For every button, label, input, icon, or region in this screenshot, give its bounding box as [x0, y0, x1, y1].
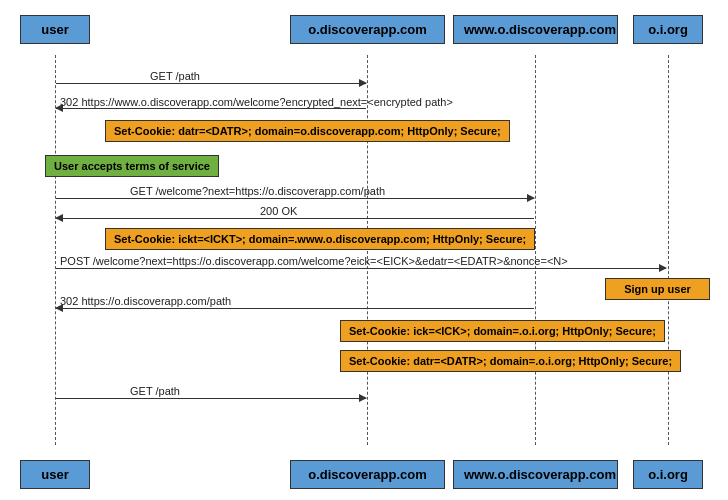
arrow-post-welcome — [56, 268, 666, 269]
actor-www-discoverapp-top: www.o.discoverapp.com — [453, 15, 618, 44]
arrow-get-welcome — [56, 198, 534, 199]
msg-user-accepts: User accepts terms of service — [45, 155, 219, 177]
msg-set-cookie-ick: Set-Cookie: ick=<ICK>; domain=.o.i.org; … — [340, 320, 665, 342]
arrow-get-path — [56, 83, 366, 84]
actor-user-bottom: user — [20, 460, 90, 489]
msg-set-cookie-datr: Set-Cookie: datr=<DATR>; domain=o.discov… — [105, 120, 510, 142]
label-302: 302 https://www.o.discoverapp.com/welcom… — [60, 96, 453, 108]
sequence-diagram: user o.discoverapp.com www.o.discoverapp… — [0, 0, 728, 500]
actor-o-discoverapp-top: o.discoverapp.com — [290, 15, 445, 44]
lifeline-www-discoverapp — [535, 55, 536, 445]
lifeline-user — [55, 55, 56, 445]
lifeline-o-i-org — [668, 55, 669, 445]
arrow-302 — [56, 108, 366, 109]
label-get-path2: GET /path — [130, 385, 180, 397]
label-get-path: GET /path — [150, 70, 200, 82]
label-get-welcome: GET /welcome?next=https://o.discoverapp.… — [130, 185, 385, 197]
label-post-welcome: POST /welcome?next=https://o.discoverapp… — [60, 255, 568, 267]
label-302-path: 302 https://o.discoverapp.com/path — [60, 295, 231, 307]
actor-user-top: user — [20, 15, 90, 44]
msg-set-cookie-ickt: Set-Cookie: ickt=<ICKT>; domain=.www.o.d… — [105, 228, 535, 250]
arrow-302-path — [56, 308, 534, 309]
arrow-200ok — [56, 218, 534, 219]
actor-o-discoverapp-bottom: o.discoverapp.com — [290, 460, 445, 489]
lifeline-o-discoverapp — [367, 55, 368, 445]
actor-www-discoverapp-bottom: www.o.discoverapp.com — [453, 460, 618, 489]
arrow-get-path2 — [56, 398, 366, 399]
actor-o-i-org-bottom: o.i.org — [633, 460, 703, 489]
msg-set-cookie-datr2: Set-Cookie: datr=<DATR>; domain=.o.i.org… — [340, 350, 681, 372]
msg-sign-up-user: Sign up user — [605, 278, 710, 300]
actor-o-i-org-top: o.i.org — [633, 15, 703, 44]
label-200ok: 200 OK — [260, 205, 297, 217]
